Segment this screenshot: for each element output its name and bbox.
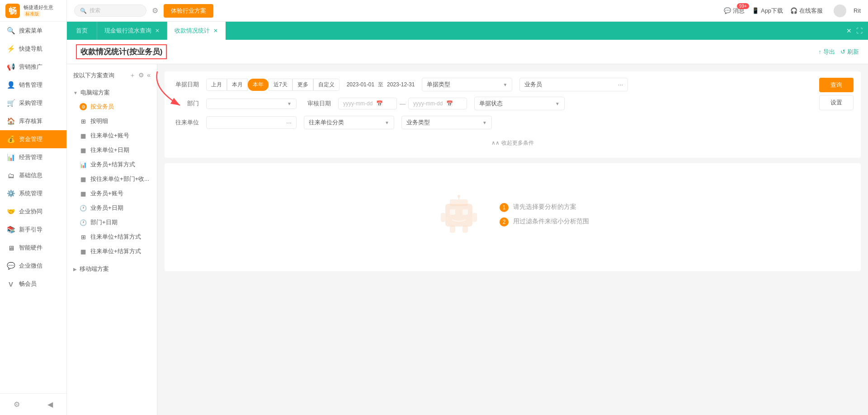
date-label: 单据日期 xyxy=(172,80,199,89)
manage-scheme-icon[interactable]: ⚙ xyxy=(138,71,144,80)
sidebar-item-sales[interactable]: 👤 销售管理 xyxy=(0,76,66,94)
svg-rect-7 xyxy=(472,213,477,222)
sidebar-item-system[interactable]: ⚙️ 系统管理 xyxy=(0,184,66,203)
date-btn-more[interactable]: 更多 xyxy=(292,79,313,91)
tabbar: 首页 现金银行流水查询 ✕ 收款情况统计 ✕ ✕ ⛶ xyxy=(67,22,868,40)
panel-item-salesperson-account[interactable]: ▦ 业务员+账号 xyxy=(67,186,157,201)
panel-item-salesperson-settle[interactable]: 📊 业务员+结算方式 xyxy=(67,157,157,172)
collapse-panel-icon[interactable]: « xyxy=(147,71,151,80)
panel-item-unit-date[interactable]: ▦ 往来单位+日期 xyxy=(67,143,157,157)
date-btn-group: 上月 本月 本年 近7天 更多 自定义 xyxy=(206,79,340,91)
mobile-section-title[interactable]: ▶ 移动端方案 xyxy=(67,262,157,276)
section-expand-icon: ▼ xyxy=(73,90,78,95)
date-btn-last-month[interactable]: 上月 xyxy=(206,79,227,91)
panel-item-dept-date[interactable]: 🕐 部门+日期 xyxy=(67,215,157,230)
sidebar-item-enterprise[interactable]: 🤝 企业协同 xyxy=(0,203,66,221)
tab-maximize-icon[interactable]: ⛶ xyxy=(856,27,863,34)
panel-item-unit-account[interactable]: ▦ 往来单位+账号 xyxy=(67,128,157,143)
tab-bank[interactable]: 现金银行流水查询 ✕ xyxy=(97,22,167,40)
date-range: 2023-01-01 至 2023-12-31 xyxy=(347,81,415,89)
business-type-select[interactable]: 业务类型 ▼ xyxy=(401,116,492,129)
topbar-search[interactable]: 🔍 搜索 xyxy=(74,5,146,17)
content-body: 按以下方案查询 ＋ ⚙ « ▼ 电脑端方案 ⚙ xyxy=(67,64,868,415)
partner-more-btn[interactable]: ··· xyxy=(286,119,292,126)
settings-filter-btn[interactable]: 设置 xyxy=(819,95,854,110)
panel-item-unit-dept-collect[interactable]: ▦ 按往来单位+部门+收... xyxy=(67,172,157,186)
search-icon: 🔍 xyxy=(80,8,87,14)
panel-item-unit-settle1[interactable]: ⊞ 往来单位+结算方式 xyxy=(67,230,157,244)
calendar-icon-2: 📅 xyxy=(446,100,453,107)
sidebar-item-hardware[interactable]: 🖥 智能硬件 xyxy=(0,239,66,257)
sidebar-item-guide[interactable]: 📚 新手引导 xyxy=(0,221,66,239)
date-btn-custom[interactable]: 自定义 xyxy=(313,79,340,91)
panel-item-unit-settle2[interactable]: ▦ 往来单位+结算方式 xyxy=(67,244,157,259)
date-btn-this-year[interactable]: 本年 xyxy=(248,79,269,91)
marketing-icon: 📢 xyxy=(6,62,15,71)
date-btn-last7[interactable]: 近7天 xyxy=(269,79,292,91)
download-icon: 📱 xyxy=(752,7,759,14)
settings-gear-icon[interactable]: ⚙ xyxy=(152,6,158,15)
add-scheme-icon[interactable]: ＋ xyxy=(129,71,136,80)
sidebar-item-operation[interactable]: 📊 经营管理 xyxy=(0,148,66,166)
partner-select[interactable]: ··· xyxy=(206,116,297,129)
empty-tips: 1 请先选择要分析的方案 2 用过滤条件来缩小分析范围 xyxy=(500,203,589,232)
member-icon: V xyxy=(6,279,15,288)
sales-icon: 👤 xyxy=(6,80,15,90)
sidebar-item-wechat[interactable]: 💬 企业微信 xyxy=(0,257,66,275)
tab-close-all-icon[interactable]: ✕ xyxy=(846,27,852,34)
review-date-to[interactable]: yyyy-mm-dd 📅 xyxy=(408,98,467,109)
sidebar-bottom: ⚙ ◀ xyxy=(0,393,66,415)
collapse-sidebar-icon[interactable]: ◀ xyxy=(44,398,57,410)
export-btn[interactable]: ↑ 导出 xyxy=(819,48,835,56)
panel-item-by-salesperson[interactable]: ⚙ 按业务员 xyxy=(67,99,157,114)
message-btn[interactable]: 💬 消息 99+ xyxy=(724,7,745,15)
app-download-btn[interactable]: 📱 App下载 xyxy=(752,7,783,15)
sidebar-item-member[interactable]: V 畅会员 xyxy=(0,275,66,293)
empty-state: 1 请先选择要分析的方案 2 用过滤条件来缩小分析范围 xyxy=(165,163,861,271)
refresh-btn[interactable]: ↺ 刷新 xyxy=(840,48,859,56)
tab-home[interactable]: 首页 xyxy=(67,22,97,40)
tab-collection-close[interactable]: ✕ xyxy=(213,28,218,34)
sidebar-item-finance[interactable]: 💰 资金管理 xyxy=(0,130,66,148)
topbar-icons: 💬 消息 99+ 📱 App下载 🎧 在线客服 Rit xyxy=(724,5,861,17)
collapse-bar[interactable]: ∧∧ 收起更多条件 xyxy=(172,135,854,151)
username-label[interactable]: Rit xyxy=(854,7,861,14)
panel-item-by-detail[interactable]: ⊞ 按明细 xyxy=(67,114,157,128)
export-icon: ↑ xyxy=(819,48,822,55)
trial-btn[interactable]: 体验行业方案 xyxy=(164,4,213,18)
query-btn[interactable]: 查询 xyxy=(819,78,854,92)
sidebar-item-purchase[interactable]: 🛒 采购管理 xyxy=(0,94,66,112)
review-date-label: 审核日期 xyxy=(304,99,331,108)
sidebar-item-basic[interactable]: 🗂 基础信息 xyxy=(0,166,66,184)
sidebar-item-inventory[interactable]: 🏠 库存核算 xyxy=(0,112,66,130)
collapse-icon: ∧∧ xyxy=(491,140,500,146)
sidebar-item-quicknav[interactable]: ⚡ 快捷导航 xyxy=(0,40,66,58)
date-btn-this-month[interactable]: 本月 xyxy=(227,79,248,91)
business-type-chevron: ▼ xyxy=(482,120,487,125)
tab-bank-close[interactable]: ✕ xyxy=(155,28,160,34)
sidebar-item-search[interactable]: 🔍 搜索菜单 xyxy=(0,22,66,40)
partner-category-select[interactable]: 往来单位分类 ▼ xyxy=(304,116,394,129)
left-panel-header: 按以下方案查询 ＋ ⚙ « xyxy=(67,69,157,84)
settings-bottom-icon[interactable]: ⚙ xyxy=(10,398,24,410)
salesperson-select[interactable]: 业务员 ··· xyxy=(519,78,628,91)
panel-item-salesperson-date[interactable]: 🕐 业务员+日期 xyxy=(67,201,157,215)
tab-collection[interactable]: 收款情况统计 ✕ xyxy=(167,22,226,40)
doc-status-chevron: ▼ xyxy=(555,101,560,106)
sidebar-item-marketing[interactable]: 📢 营销推广 xyxy=(0,58,66,76)
review-date-range: yyyy-mm-dd 📅 — yyyy-mm-dd 📅 xyxy=(338,98,467,109)
doc-status-select[interactable]: 单据状态 ▼ xyxy=(474,97,565,110)
tabbar-controls: ✕ ⛶ xyxy=(846,27,868,34)
finance-icon: 💰 xyxy=(6,135,15,144)
sidebar-nav: 🔍 搜索菜单 ⚡ 快捷导航 📢 营销推广 👤 销售管理 🛒 采购管理 🏠 库存核… xyxy=(0,22,66,393)
online-service-btn[interactable]: 🎧 在线客服 xyxy=(790,7,823,15)
avatar[interactable] xyxy=(834,5,846,17)
dept-date-icon: 🕐 xyxy=(80,219,87,226)
filter-actions: 查询 设置 xyxy=(819,78,854,110)
dept-select[interactable]: ▼ xyxy=(206,99,297,109)
doc-type-select[interactable]: 单据类型 ▼ xyxy=(422,78,512,91)
svg-rect-5 xyxy=(462,209,468,215)
desktop-section-title[interactable]: ▼ 电脑端方案 xyxy=(67,86,157,99)
review-date-from[interactable]: yyyy-mm-dd 📅 xyxy=(338,98,397,109)
mobile-section: ▶ 移动端方案 xyxy=(67,260,157,278)
